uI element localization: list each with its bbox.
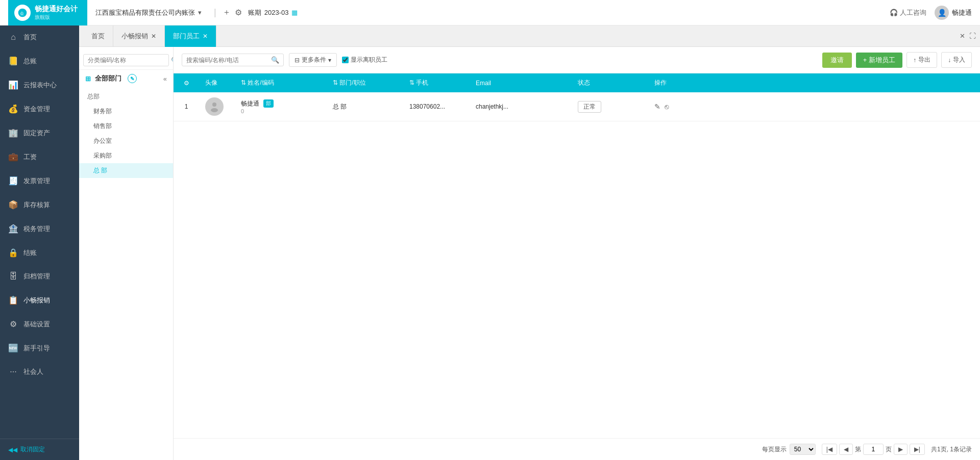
- calendar-icon[interactable]: ▦: [291, 9, 298, 16]
- sidebar-item-label: 固定资产: [23, 129, 50, 138]
- sidebar-unpin-button[interactable]: ◀◀ 取消固定: [0, 439, 79, 460]
- logo-sub: 旗舰版: [35, 14, 78, 21]
- export-icon: ↑: [913, 57, 916, 64]
- support-button[interactable]: 🎧 人工咨询: [890, 8, 926, 17]
- prev-page-button[interactable]: ◀: [839, 444, 853, 455]
- dept-collapse-icon[interactable]: «: [163, 75, 167, 83]
- svg-point-2: [212, 103, 216, 107]
- user-menu[interactable]: 👤 畅捷通: [935, 6, 972, 20]
- export-button[interactable]: ↑ 导出: [906, 52, 937, 68]
- invoice-icon: 🧾: [8, 176, 18, 186]
- col-settings[interactable]: ⚙: [174, 73, 199, 92]
- avatar: 👤: [935, 6, 949, 20]
- dept-node-label: 采购部: [93, 152, 112, 159]
- next-page-button[interactable]: ▶: [894, 444, 908, 455]
- dept-badge: 部: [263, 99, 274, 108]
- sidebar-item-close[interactable]: 🔒 结账: [0, 241, 79, 265]
- svg-point-3: [211, 108, 218, 112]
- sidebar-item-home[interactable]: ⌂ 首页: [0, 25, 79, 49]
- employee-table: ⚙ 头像 ⇅ 姓名/编码 ⇅ 部门/职位 ⇅ 手机 Email 状态 操作: [174, 73, 980, 438]
- sidebar: ⌂ 首页 📒 总账 📊 云报表中心 💰 资金管理 🏢 固定资产 💼 工资 🧾 发…: [0, 25, 79, 460]
- top-header: 会 畅捷通好会计 旗舰版 江西服宝精品有限责任公司内账张 ▾ | ＋ ⚙ 账期 …: [0, 0, 980, 25]
- company-name: 江西服宝精品有限责任公司内账张: [95, 8, 195, 17]
- add-employee-button[interactable]: + 新增员工: [856, 53, 902, 68]
- page-content: 🔍 ⊞ 全部部门 ✎ « 总部 财务部 销售部: [79, 47, 980, 460]
- import-button[interactable]: ↓ 导入: [941, 52, 972, 68]
- first-page-button[interactable]: |◀: [822, 444, 837, 455]
- total-info: 共1页, 1条记录: [931, 445, 972, 454]
- tab-expense-close-icon[interactable]: ✕: [151, 33, 156, 40]
- sidebar-item-tax[interactable]: 🏦 税务管理: [0, 217, 79, 241]
- row-name-cell: 畅捷通 部 0: [235, 92, 327, 121]
- sidebar-item-guide[interactable]: 🆕 新手引导: [0, 336, 79, 360]
- status-badge: 正常: [578, 101, 601, 113]
- dept-search-input[interactable]: [83, 54, 169, 66]
- tab-dept-employee[interactable]: 部门员工 ✕: [165, 25, 216, 47]
- employee-code: 0: [241, 108, 321, 114]
- sidebar-item-salary[interactable]: 💼 工资: [0, 145, 79, 169]
- sidebar-item-reports[interactable]: 📊 云报表中心: [0, 73, 79, 97]
- sidebar-item-archive[interactable]: 🗄 归档管理: [0, 265, 79, 288]
- sidebar-item-assets[interactable]: 🏢 固定资产: [0, 121, 79, 145]
- logout-button[interactable]: ⎋: [665, 103, 669, 111]
- content-area: 首页 小畅报销 ✕ 部门员工 ✕ ✕ ⛶ 🔍: [79, 25, 980, 460]
- all-dept-header[interactable]: ⊞ 全部部门 ✎ «: [79, 70, 173, 87]
- show-resigned-checkbox[interactable]: [342, 57, 349, 63]
- table-footer: 每页显示 50 10 20 100 |◀ ◀ 第 页: [174, 438, 980, 460]
- filter-chevron-icon: ▾: [328, 57, 331, 64]
- col-dept[interactable]: ⇅ 部门/职位: [327, 73, 403, 92]
- page-size-selector: 每页显示 50 10 20 100: [762, 444, 816, 455]
- col-avatar: 头像: [199, 73, 235, 92]
- close-window-icon[interactable]: ✕: [960, 32, 965, 40]
- invite-button[interactable]: 邀请: [822, 53, 852, 68]
- main-layout: ⌂ 首页 📒 总账 📊 云报表中心 💰 资金管理 🏢 固定资产 💼 工资 🧾 发…: [0, 25, 980, 460]
- ledger-icon: 📒: [8, 56, 18, 66]
- add-company-icon[interactable]: ＋: [223, 7, 231, 18]
- col-name[interactable]: ⇅ 姓名/编码: [235, 73, 327, 92]
- dept-panel: 🔍 ⊞ 全部部门 ✎ « 总部 财务部 销售部: [79, 47, 174, 460]
- col-phone[interactable]: ⇅ 手机: [403, 73, 470, 92]
- dept-node-sales[interactable]: 销售部: [79, 119, 173, 134]
- import-icon: ↓: [948, 57, 951, 64]
- page-number-input[interactable]: [863, 444, 884, 455]
- sidebar-item-more[interactable]: ··· 社会人: [0, 360, 79, 384]
- dept-edit-icon[interactable]: ✎: [128, 74, 137, 83]
- employee-search-input[interactable]: [186, 57, 268, 64]
- sidebar-item-settings[interactable]: ⚙ 基础设置: [0, 312, 79, 336]
- dept-node-purchase[interactable]: 采购部: [79, 148, 173, 163]
- page-size-select[interactable]: 50 10 20 100: [790, 444, 816, 455]
- dept-node-general[interactable]: 总 部: [79, 163, 173, 178]
- export-label: 导出: [918, 56, 930, 64]
- sidebar-item-expense[interactable]: 📋 小畅报销: [0, 288, 79, 312]
- sidebar-item-label: 库存核算: [23, 200, 50, 210]
- tab-dept-label: 部门员工: [173, 32, 200, 41]
- maximize-icon[interactable]: ⛶: [969, 32, 976, 40]
- sidebar-item-invoice[interactable]: 🧾 发票管理: [0, 169, 79, 193]
- search-icon[interactable]: 🔍: [271, 56, 279, 64]
- sidebar-item-label: 基础设置: [23, 320, 50, 329]
- home-icon: ⌂: [8, 33, 18, 42]
- dept-node-office[interactable]: 办公室: [79, 134, 173, 148]
- sidebar-item-inventory[interactable]: 📦 库存核算: [0, 193, 79, 217]
- header-company[interactable]: 江西服宝精品有限责任公司内账张 ▾: [87, 8, 210, 17]
- setting-icon[interactable]: ⚙: [235, 8, 242, 17]
- last-page-button[interactable]: ▶|: [910, 444, 925, 455]
- sidebar-item-label: 首页: [23, 33, 37, 42]
- show-resigned-checkbox-label[interactable]: 显示离职员工: [342, 56, 387, 64]
- funds-icon: 💰: [8, 104, 18, 114]
- tab-dept-close-icon[interactable]: ✕: [203, 33, 208, 40]
- tab-expense[interactable]: 小畅报销 ✕: [113, 25, 165, 47]
- filter-button[interactable]: ⊟ 更多条件 ▾: [289, 53, 337, 67]
- employee-email: chanjethkj...: [476, 103, 508, 110]
- edit-button[interactable]: ✎: [654, 103, 660, 111]
- sidebar-item-funds[interactable]: 💰 资金管理: [0, 97, 79, 121]
- reports-icon: 📊: [8, 80, 18, 90]
- pin-icon: ◀◀: [8, 446, 17, 453]
- page-label: 页: [886, 445, 892, 454]
- sidebar-item-label: 发票管理: [23, 176, 50, 186]
- page-size-label: 每页显示: [762, 445, 787, 454]
- dept-node-finance[interactable]: 财务部: [79, 104, 173, 119]
- tab-home[interactable]: 首页: [83, 25, 113, 47]
- sidebar-item-ledger[interactable]: 📒 总账: [0, 49, 79, 73]
- import-label: 导入: [953, 56, 965, 64]
